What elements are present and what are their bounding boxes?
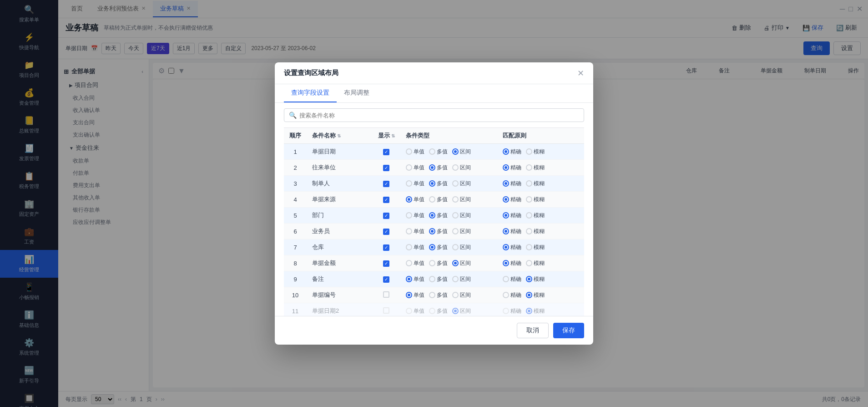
match-fuzzy-radio[interactable]: 模糊 xyxy=(526,275,545,283)
match-precise-radio[interactable]: 精确 xyxy=(503,164,521,172)
cancel-button[interactable]: 取消 xyxy=(517,323,549,338)
modal-overlay[interactable]: 设置查询区域布局 ✕ 查询字段设置 布局调整 🔍 xyxy=(0,0,868,407)
cell-order: 9 xyxy=(284,271,307,287)
type-single-radio[interactable]: 单值 xyxy=(406,196,424,204)
display-checkbox[interactable] xyxy=(383,307,389,314)
type-single-radio[interactable]: 单值 xyxy=(406,259,424,267)
match-precise-radio[interactable]: 精确 xyxy=(503,180,521,188)
cell-display[interactable]: ✓ xyxy=(373,239,400,255)
type-single-radio[interactable]: 单值 xyxy=(406,180,424,188)
type-multi-radio[interactable]: 多值 xyxy=(429,196,448,204)
modal-close-icon[interactable]: ✕ xyxy=(577,69,584,77)
type-multi-radio[interactable]: 多值 xyxy=(429,212,448,219)
match-precise-radio[interactable]: 精确 xyxy=(503,291,521,299)
radio-circle xyxy=(503,196,509,203)
sort-display-icon: ⇅ xyxy=(391,133,395,138)
cell-display[interactable]: ✓ xyxy=(373,271,400,287)
cell-order: 11 xyxy=(284,303,307,316)
type-range-radio[interactable]: 区间 xyxy=(452,307,471,315)
radio-circle xyxy=(452,196,459,203)
type-multi-radio[interactable]: 多值 xyxy=(429,291,448,299)
match-fuzzy-radio[interactable]: 模糊 xyxy=(526,244,545,251)
match-precise-radio[interactable]: 精确 xyxy=(503,259,521,267)
type-range-radio[interactable]: 区间 xyxy=(452,148,471,156)
cell-display[interactable] xyxy=(373,287,400,303)
type-range-radio[interactable]: 区间 xyxy=(452,275,471,283)
cell-display[interactable]: ✓ xyxy=(373,208,400,224)
match-fuzzy-radio[interactable]: 模糊 xyxy=(526,196,545,204)
display-checkbox[interactable]: ✓ xyxy=(383,276,389,283)
type-single-radio[interactable]: 单值 xyxy=(406,244,424,251)
type-range-radio[interactable]: 区间 xyxy=(452,164,471,172)
save-button[interactable]: 保存 xyxy=(553,323,584,338)
radio-circle xyxy=(406,180,412,187)
table-row: 7 仓库 ✓ 单值 多值 xyxy=(284,239,584,255)
cell-display[interactable] xyxy=(373,303,400,316)
radio-circle xyxy=(526,164,532,171)
cell-match: 精确 模糊 xyxy=(497,255,584,271)
display-checkbox[interactable] xyxy=(383,291,389,298)
radio-circle xyxy=(452,244,459,250)
radio-circle xyxy=(503,148,509,155)
cell-type: 单值 多值 区间 xyxy=(400,144,497,160)
type-single-radio[interactable]: 单值 xyxy=(406,228,424,235)
match-precise-radio[interactable]: 精确 xyxy=(503,148,521,156)
search-conditions-input[interactable] xyxy=(299,112,579,119)
match-precise-radio[interactable]: 精确 xyxy=(503,212,521,219)
type-multi-radio[interactable]: 多值 xyxy=(429,307,448,315)
type-multi-radio[interactable]: 多值 xyxy=(429,180,448,188)
type-single-radio[interactable]: 单值 xyxy=(406,164,424,172)
type-range-radio[interactable]: 区间 xyxy=(452,291,471,299)
cell-display[interactable]: ✓ xyxy=(373,144,400,160)
match-fuzzy-radio[interactable]: 模糊 xyxy=(526,148,545,156)
display-checkbox[interactable]: ✓ xyxy=(383,213,389,219)
modal-conditions-table: 顺序 条件名称 ⇅ 显示 ⇅ xyxy=(284,127,584,316)
type-multi-radio[interactable]: 多值 xyxy=(429,244,448,251)
match-precise-radio[interactable]: 精确 xyxy=(503,307,521,315)
match-precise-radio[interactable]: 精确 xyxy=(503,196,521,204)
type-range-radio[interactable]: 区间 xyxy=(452,244,471,251)
match-fuzzy-radio[interactable]: 模糊 xyxy=(526,164,545,172)
cell-match: 精确 模糊 xyxy=(497,192,584,208)
type-single-radio[interactable]: 单值 xyxy=(406,275,424,283)
display-checkbox[interactable]: ✓ xyxy=(383,181,389,187)
type-single-radio[interactable]: 单值 xyxy=(406,212,424,219)
type-single-radio[interactable]: 单值 xyxy=(406,307,424,315)
match-fuzzy-radio[interactable]: 模糊 xyxy=(526,307,545,315)
cell-display[interactable]: ✓ xyxy=(373,176,400,192)
modal-tab-layout[interactable]: 布局调整 xyxy=(337,84,377,102)
search-icon: 🔍 xyxy=(289,112,297,119)
type-range-radio[interactable]: 区间 xyxy=(452,196,471,204)
cell-display[interactable]: ✓ xyxy=(373,160,400,176)
cell-display[interactable]: ✓ xyxy=(373,224,400,239)
type-multi-radio[interactable]: 多值 xyxy=(429,275,448,283)
match-fuzzy-radio[interactable]: 模糊 xyxy=(526,291,545,299)
match-fuzzy-radio[interactable]: 模糊 xyxy=(526,212,545,219)
type-multi-radio[interactable]: 多值 xyxy=(429,228,448,235)
modal-tab-field-settings[interactable]: 查询字段设置 xyxy=(284,84,337,102)
type-range-radio[interactable]: 区间 xyxy=(452,228,471,235)
type-multi-radio[interactable]: 多值 xyxy=(429,259,448,267)
display-checkbox[interactable]: ✓ xyxy=(383,165,389,171)
match-precise-radio[interactable]: 精确 xyxy=(503,244,521,251)
match-fuzzy-radio[interactable]: 模糊 xyxy=(526,180,545,188)
match-fuzzy-radio[interactable]: 模糊 xyxy=(526,259,545,267)
match-precise-radio[interactable]: 精确 xyxy=(503,275,521,283)
display-checkbox[interactable]: ✓ xyxy=(383,229,389,235)
type-multi-radio[interactable]: 多值 xyxy=(429,164,448,172)
display-checkbox[interactable]: ✓ xyxy=(383,197,389,203)
display-checkbox[interactable]: ✓ xyxy=(383,149,389,155)
display-checkbox[interactable]: ✓ xyxy=(383,244,389,251)
cell-display[interactable]: ✓ xyxy=(373,255,400,271)
type-single-radio[interactable]: 单值 xyxy=(406,148,424,156)
display-checkbox[interactable]: ✓ xyxy=(383,260,389,267)
match-fuzzy-radio[interactable]: 模糊 xyxy=(526,228,545,235)
type-range-radio[interactable]: 区间 xyxy=(452,212,471,219)
cell-type: 单值 多值 区间 xyxy=(400,287,497,303)
type-range-radio[interactable]: 区间 xyxy=(452,259,471,267)
cell-display[interactable]: ✓ xyxy=(373,192,400,208)
type-multi-radio[interactable]: 多值 xyxy=(429,148,448,156)
type-range-radio[interactable]: 区间 xyxy=(452,180,471,188)
type-single-radio[interactable]: 单值 xyxy=(406,291,424,299)
match-precise-radio[interactable]: 精确 xyxy=(503,228,521,235)
